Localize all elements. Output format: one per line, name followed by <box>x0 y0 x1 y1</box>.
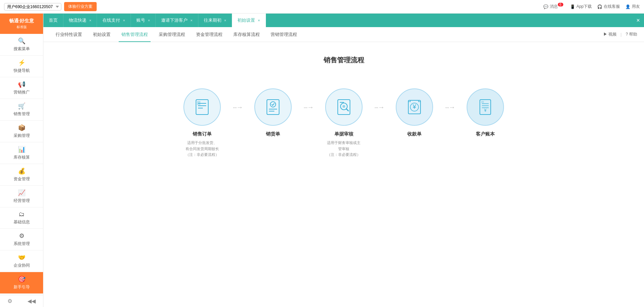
sidebar-label-baseinfo: 基础信息 <box>14 219 30 225</box>
sidebar-item-finance[interactable]: 💰 资金管理 <box>0 164 43 186</box>
sidebar-item-collab[interactable]: 🤝 企业协同 <box>0 250 43 272</box>
flow-step-audit: 单据审核 适用于财务审核或主管审核（注：非必要流程） <box>313 88 374 158</box>
svg-text:¥: ¥ <box>412 103 416 110</box>
user-name: 用友 <box>632 4 640 9</box>
page-title: 销售管理流程 <box>57 56 630 65</box>
subtab-marketing-flow[interactable]: 营销管理流程 <box>265 27 303 42</box>
sidebar-item-inventory[interactable]: 📊 库存核算 <box>0 142 43 164</box>
collab-icon: 🤝 <box>18 254 25 261</box>
help-label: 帮助 <box>629 32 637 37</box>
sidebar-item-purchase[interactable]: 📦 采购管理 <box>0 121 43 142</box>
subtab-industry[interactable]: 行业特性设置 <box>50 27 87 42</box>
quick-icon: ⚡ <box>18 59 25 66</box>
subtab-sales-flow[interactable]: 销售管理流程 <box>116 27 153 42</box>
navtab-period[interactable]: 往来期初 × <box>198 14 232 27</box>
settings-bottom-icon[interactable]: ⚙ <box>7 298 12 304</box>
sidebar: 畅通·好生意 标准版 🔍 搜索菜单 ⚡ 快捷导航 📢 营销推广 🛒 销售管理 📦… <box>0 14 43 307</box>
flow-arrow-4: ···→ <box>445 88 455 111</box>
sidebar-label-ops: 经营管理 <box>14 198 30 204</box>
message-label: 消息 <box>550 4 558 9</box>
navtabs: 首页 物流快递 × 在线支付 × 账号 × 邀请下游客户 × 往来期初 × 初始… <box>43 14 644 27</box>
navtab-invite-close[interactable]: × <box>190 18 192 22</box>
flow-arrow-1: ···→ <box>233 88 242 111</box>
finance-icon: 💰 <box>18 167 25 175</box>
navtab-account-close[interactable]: × <box>148 18 150 22</box>
receipt-icon: ¥ <box>405 98 424 117</box>
subtab-finance-flow-label: 资金管理流程 <box>196 32 222 38</box>
sales-order-icon <box>193 98 212 117</box>
navtab-period-label: 往来期初 <box>204 17 221 23</box>
navtab-logistics[interactable]: 物流快递 × <box>63 14 97 27</box>
navtab-home[interactable]: 首页 <box>43 14 63 27</box>
navtab-invite[interactable]: 邀请下游客户 × <box>156 14 198 27</box>
navtab-init[interactable]: 初始设置 × <box>232 14 266 27</box>
sidebar-item-marketing[interactable]: 📢 营销推广 <box>0 77 43 99</box>
sidebar-item-system[interactable]: ⚙ 系统管理 <box>0 229 43 250</box>
service-label: 在线客服 <box>604 4 620 9</box>
subtab-init-label: 初始设置 <box>93 32 111 38</box>
sidebar-label-quicknav: 快捷导航 <box>14 68 30 74</box>
flow-circle-ledger: ¥ <box>467 88 504 126</box>
close-all-tabs[interactable]: × <box>632 14 644 27</box>
service-item[interactable]: 🎧 在线客服 <box>597 4 620 9</box>
sidebar-item-search[interactable]: 🔍 搜索菜单 <box>0 34 43 56</box>
flow-step-sales-order: 销售订单 适用于分批发货、有合同发货周期较长（注：非必要流程） <box>172 88 233 158</box>
sidebar-item-quicknav[interactable]: ⚡ 快捷导航 <box>0 56 43 77</box>
sidebar-label-system: 系统管理 <box>14 241 30 247</box>
collapse-icon[interactable]: ◀◀ <box>27 298 36 304</box>
subtab-purchase-flow[interactable]: 采购管理流程 <box>153 27 191 42</box>
flow-step-delivery: 销货单 <box>242 88 304 140</box>
inventory-icon: 📊 <box>18 146 25 153</box>
sidebar-item-sales[interactable]: 🛒 销售管理 <box>0 99 43 121</box>
sidebar-label-inventory: 库存核算 <box>14 155 30 160</box>
navtab-logistics-label: 物流快递 <box>69 17 86 23</box>
help-link[interactable]: ? 帮助 <box>626 32 637 37</box>
logo-subtitle: 标准版 <box>17 25 27 29</box>
flow-arrow-3: ···→ <box>374 88 384 111</box>
marketing-icon: 📢 <box>18 81 25 88</box>
purchase-icon: 📦 <box>18 124 25 131</box>
flow-label-audit: 单据审核 <box>334 131 353 137</box>
navtab-init-close[interactable]: × <box>258 18 260 22</box>
topbar-right: 💬 消息 6 📱 App下载 🎧 在线客服 👤 用友 <box>543 4 640 9</box>
sidebar-item-baseinfo[interactable]: 🗂 基础信息 <box>0 207 43 229</box>
subtab-marketing-flow-label: 营销管理流程 <box>271 32 297 38</box>
sidebar-item-newbie[interactable]: 🎯 新手引导 <box>0 272 43 294</box>
sidebar-label-collab: 企业协同 <box>14 263 30 268</box>
navtab-period-close[interactable]: × <box>224 18 226 22</box>
subtab-inventory-flow[interactable]: 库存核算流程 <box>228 27 265 42</box>
message-item[interactable]: 💬 消息 6 <box>543 4 565 9</box>
subtab-init[interactable]: 初始设置 <box>87 27 116 42</box>
baseinfo-icon: 🗂 <box>19 211 25 218</box>
flow-arrow-2: ···→ <box>304 88 313 111</box>
sidebar-item-ops[interactable]: 📈 经营管理 <box>0 186 43 207</box>
sales-icon: 🛒 <box>18 102 25 110</box>
subtab-finance-flow[interactable]: 资金管理流程 <box>191 27 228 42</box>
sidebar-logo: 畅通·好生意 标准版 <box>0 14 43 34</box>
subtab-purchase-flow-label: 采购管理流程 <box>159 32 185 38</box>
user-item[interactable]: 👤 用友 <box>625 4 640 9</box>
company-select[interactable]: 用户690企业1660120507 <box>4 3 61 11</box>
navtab-payment[interactable]: 在线支付 × <box>97 14 131 27</box>
newbie-icon: 🎯 <box>18 275 25 283</box>
navtab-account[interactable]: 账号 × <box>131 14 156 27</box>
sidebar-label-marketing: 营销推广 <box>14 89 30 95</box>
sidebar-label-search: 搜索菜单 <box>14 46 30 52</box>
flow-label-sales-order: 销售订单 <box>193 131 212 137</box>
trial-button[interactable]: 体验行业方案 <box>64 2 97 11</box>
app-download-item[interactable]: 📱 App下载 <box>570 4 592 9</box>
svg-rect-4 <box>197 101 200 105</box>
svg-rect-22 <box>481 101 484 103</box>
navtab-logistics-close[interactable]: × <box>89 18 91 22</box>
video-link[interactable]: ▶ 视频 <box>603 32 617 37</box>
flow-desc-sales-order: 适用于分批发货、有合同发货周期较长（注：非必要流程） <box>186 140 219 158</box>
flow-circle-sales-order <box>183 88 221 126</box>
delivery-icon <box>264 98 282 117</box>
sidebar-label-finance: 资金管理 <box>14 176 30 182</box>
logo-title: 畅通·好生意 <box>9 18 34 24</box>
navtab-payment-label: 在线支付 <box>102 17 120 23</box>
sidebar-label-purchase: 采购管理 <box>14 133 30 139</box>
ledger-icon: ¥ <box>476 98 495 117</box>
flow-step-ledger: ¥ 客户账本 <box>455 88 516 140</box>
navtab-payment-close[interactable]: × <box>123 18 125 22</box>
